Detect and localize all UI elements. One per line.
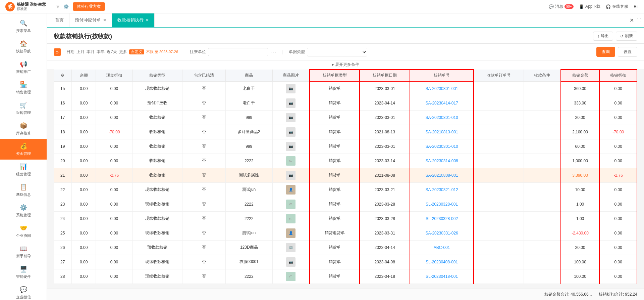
voucher-no-link[interactable]: SL-20230328-002 bbox=[426, 216, 458, 221]
nav-dropdown[interactable]: ▾ bbox=[56, 3, 59, 10]
expand-more-button[interactable]: ▾ 展开更多条件 bbox=[332, 62, 359, 68]
sidebar-item-marketing[interactable]: 📢 营销推广 bbox=[0, 57, 47, 78]
col-gear[interactable]: ⚙ bbox=[54, 70, 72, 81]
app-download-btn[interactable]: 📱 App下载 bbox=[579, 4, 600, 9]
date-custom-btn[interactable]: 自定义 bbox=[129, 49, 144, 54]
voucher-no-link[interactable]: SA-20230314-008 bbox=[425, 159, 458, 163]
cell-voucher-no[interactable]: SA-20230301-010 bbox=[410, 139, 474, 154]
sidebar-label-corp: 企业协同 bbox=[16, 233, 31, 238]
messages-btn[interactable]: 💬 消息 99+ bbox=[549, 4, 574, 9]
data-table: ⚙ 余额 现金折扣 核销类型 包含已结清 商品 商品图片 核销单据类型 核销单据… bbox=[54, 69, 637, 284]
cell-verify-amount: 333.00 bbox=[561, 96, 600, 110]
cell-receipt-cond bbox=[524, 81, 561, 96]
cell-id: 24 bbox=[54, 211, 72, 226]
tab-expand-icon[interactable]: ⛶ bbox=[637, 17, 641, 23]
date-range-display: 不限 至 2023-07-26 bbox=[146, 49, 178, 54]
voucher-no-link[interactable]: SA-20210808-001 bbox=[425, 173, 458, 178]
settings-icon[interactable]: ⚙️ bbox=[63, 4, 69, 9]
sidebar-label-search: 搜索菜单 bbox=[16, 28, 31, 33]
sidebar-item-finance[interactable]: 💰 资金管理 bbox=[0, 139, 47, 160]
app-logo: 畅 畅捷通 谱好生意 标准版 bbox=[5, 2, 52, 11]
sidebar-item-purchase[interactable]: 🛒 采购管理 bbox=[0, 98, 47, 119]
sidebar-label-business: 经营管理 bbox=[16, 172, 31, 177]
voucher-no-link[interactable]: SL-20230328-001 bbox=[426, 202, 458, 207]
online-service-btn[interactable]: 🎧 在线客服 bbox=[606, 4, 628, 9]
tab-receipt[interactable]: 收款核销执行 ✕ bbox=[112, 13, 155, 27]
unit-input[interactable] bbox=[208, 48, 268, 56]
cell-include-settled: 否 bbox=[182, 168, 225, 182]
guide-icon: 📖 bbox=[20, 245, 27, 252]
cell-voucher-no[interactable]: SA-20210813-001 bbox=[410, 125, 474, 139]
cell-goods-img: 🏷 bbox=[272, 197, 310, 211]
cell-voucher-no[interactable]: ABC-001 bbox=[410, 240, 474, 255]
sidebar-item-search[interactable]: 🔍 搜索菜单 bbox=[0, 16, 47, 37]
sidebar-item-inventory[interactable]: 📦 库存核算 bbox=[0, 119, 47, 139]
cell-goods: 2222 bbox=[225, 269, 272, 284]
cell-voucher-no[interactable]: SA-20230331-026 bbox=[410, 226, 474, 240]
expand-more-bar: ▾ 展开更多条件 bbox=[47, 60, 644, 69]
tab-prepay-close[interactable]: ✕ bbox=[103, 18, 106, 23]
cell-voucher-no[interactable]: SA-20210808-001 bbox=[410, 168, 474, 182]
sidebar-item-basic[interactable]: 📋 基础信息 bbox=[0, 180, 47, 201]
sidebar-item-hardware[interactable]: 🖥️ 智能硬件 bbox=[0, 262, 47, 283]
voucher-no-link[interactable]: SA-20210813-001 bbox=[425, 130, 458, 134]
cell-verify-type: 收款核销 bbox=[132, 125, 182, 139]
sidebar-item-corp[interactable]: 🤝 企业协同 bbox=[0, 221, 47, 242]
user-name[interactable]: Rit bbox=[634, 4, 639, 9]
query-button[interactable]: 查询 bbox=[596, 47, 615, 57]
unit-dots[interactable]: ··· bbox=[270, 49, 277, 55]
cell-voucher-no[interactable]: SL-20230408-001 bbox=[410, 255, 474, 269]
cell-voucher-no[interactable]: SA-20230314-008 bbox=[410, 154, 474, 168]
tab-close-all-icon[interactable]: ✕ bbox=[630, 17, 634, 24]
voucher-no-link[interactable]: SA-20230301-001 bbox=[425, 86, 458, 91]
export-button[interactable]: ↑ 导出 bbox=[593, 32, 613, 41]
cell-voucher-no[interactable]: SA-20230301-010 bbox=[410, 110, 474, 125]
voucher-no-link[interactable]: SA-20230301-010 bbox=[425, 144, 458, 149]
date-last-month[interactable]: 上月 bbox=[76, 49, 85, 55]
cell-voucher-no[interactable]: SL-20230328-002 bbox=[410, 211, 474, 226]
basic-icon: 📋 bbox=[20, 183, 27, 191]
date-this-month[interactable]: 本月 bbox=[87, 49, 95, 55]
date-more[interactable]: 更多 bbox=[119, 49, 127, 55]
sidebar-item-sales[interactable]: 🏪 销售管理 bbox=[0, 78, 47, 98]
cell-voucher-no[interactable]: SA-20230414-017 bbox=[410, 96, 474, 110]
sidebar-item-quick[interactable]: 🏠 快捷导航 bbox=[0, 37, 47, 57]
voucher-no-link[interactable]: SA-20230301-010 bbox=[425, 115, 458, 120]
voucher-no-link[interactable]: SL-20230418-001 bbox=[426, 274, 458, 279]
cell-voucher-type: 销货单 bbox=[310, 125, 360, 139]
sidebar-item-business[interactable]: 📊 经营管理 bbox=[0, 160, 47, 180]
cell-voucher-no[interactable]: SL-20230418-001 bbox=[410, 269, 474, 284]
settings-button[interactable]: 设置 bbox=[618, 47, 637, 57]
date-this-year[interactable]: 本年 bbox=[97, 49, 105, 55]
cell-voucher-no[interactable]: SL-20230328-001 bbox=[410, 197, 474, 211]
filter-expand-btn[interactable]: » bbox=[54, 48, 61, 56]
voucher-no-link[interactable]: SL-20230408-001 bbox=[426, 260, 458, 264]
cell-goods: 测试jun bbox=[225, 182, 272, 197]
cell-voucher-no[interactable]: SA-20230301-001 bbox=[410, 81, 474, 96]
type-select[interactable] bbox=[307, 48, 367, 56]
date-7days[interactable]: 近7天 bbox=[107, 49, 117, 55]
sidebar-item-guide[interactable]: 📖 新手引导 bbox=[0, 242, 47, 262]
tab-receipt-label: 收款核销执行 bbox=[117, 17, 144, 23]
cell-voucher-no[interactable]: SA-20230321-012 bbox=[410, 182, 474, 197]
sidebar-item-wechat[interactable]: 💬 企业微信 bbox=[0, 283, 47, 300]
cell-goods-img: 📷 bbox=[272, 81, 310, 96]
sidebar-item-system[interactable]: ⚙️ 系统管理 bbox=[0, 201, 47, 221]
cell-include-settled: 否 bbox=[182, 269, 225, 284]
voucher-no-link[interactable]: SA-20230331-026 bbox=[425, 231, 458, 235]
tab-home[interactable]: 首页 bbox=[50, 13, 69, 27]
tab-prepay[interactable]: 预付冲应付单 ✕ bbox=[69, 13, 112, 27]
voucher-no-link[interactable]: SA-20230321-012 bbox=[425, 187, 458, 192]
quick-icon: 🏠 bbox=[20, 40, 27, 47]
cell-voucher-type: 销货单 bbox=[310, 96, 360, 110]
goods-img: 📷 bbox=[286, 113, 296, 122]
voucher-no-link[interactable]: ABC-001 bbox=[434, 245, 450, 250]
voucher-no-link[interactable]: SA-20230414-017 bbox=[425, 101, 458, 105]
cell-verify-amount: 2,100.00 bbox=[561, 125, 600, 139]
industry-btn[interactable]: 体验行业方案 bbox=[73, 2, 105, 11]
refresh-button[interactable]: ↺ 刷新 bbox=[616, 32, 637, 41]
sidebar-label-inventory: 库存核算 bbox=[16, 131, 31, 136]
table-row: 21 0.00 -2.76 收款核销 否 测试多属性 📷 销货单 2021-08… bbox=[54, 168, 637, 182]
cell-id: 22 bbox=[54, 182, 72, 197]
tab-receipt-close[interactable]: ✕ bbox=[146, 18, 149, 23]
